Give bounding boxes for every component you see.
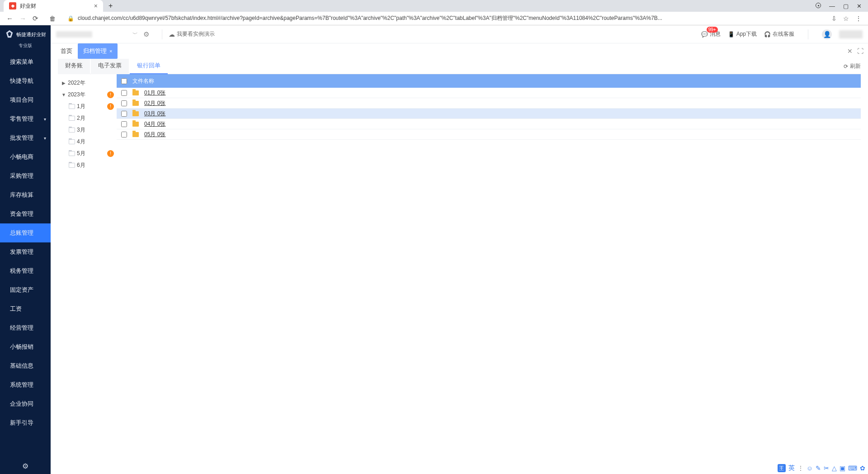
file-link[interactable]: 02月 0张 (144, 100, 165, 107)
sidebar-item[interactable]: 固定资产 (0, 280, 51, 299)
close-icon[interactable]: × (94, 2, 98, 9)
sidebar-item-label: 企业协同 (10, 400, 33, 408)
tray-emoji-icon[interactable]: ☺ (807, 465, 813, 472)
headset-icon: 🎧 (764, 31, 771, 38)
row-checkbox[interactable] (121, 111, 127, 117)
tray-icon[interactable]: ⋮ (797, 465, 804, 472)
gear-icon[interactable]: ⚙ (143, 30, 149, 38)
browser-tab[interactable]: ❖ 好业财 × (4, 0, 103, 12)
sidebar-item[interactable]: 零售管理▾ (0, 109, 51, 128)
close-window-button[interactable]: ✕ (857, 3, 862, 9)
tray-gear-icon[interactable]: ✿ (860, 465, 865, 472)
address-bar[interactable]: 🔒 cloud.chanjet.com/cc/u6d89qwnryel/57bf… (64, 13, 828, 24)
bookmark-star-icon[interactable]: ☆ (843, 15, 849, 22)
tree-month[interactable]: 3月 (58, 124, 117, 136)
sidebar-item[interactable]: 企业协同 (0, 394, 51, 413)
file-link[interactable]: 05月 0张 (144, 131, 165, 138)
tree-month-label: 1月 (77, 103, 85, 110)
sub-tab[interactable]: 电子发票 (91, 59, 129, 74)
sub-tab[interactable]: 银行回单 (130, 59, 168, 74)
row-checkbox[interactable] (121, 132, 127, 137)
sidebar-item[interactable]: 小畅电商 (0, 147, 51, 166)
fullscreen-button[interactable]: ⛶ (857, 47, 863, 55)
arrow-right-icon: ▶ (61, 81, 66, 85)
tray-scissors-icon[interactable]: ✂ (824, 465, 829, 472)
demo-link[interactable]: ☁ 我要看实例演示 (169, 30, 215, 38)
table-row[interactable]: 04月 0张 (117, 119, 861, 129)
row-checkbox[interactable] (121, 100, 127, 106)
settings-gear-icon[interactable]: ⚙ (0, 458, 51, 474)
close-all-tabs-button[interactable]: ✕ (847, 47, 853, 55)
support-link[interactable]: 🎧 在线客服 (764, 30, 794, 38)
sidebar-item[interactable]: 项目合同 (0, 90, 51, 109)
page-tab[interactable]: 归档管理× (78, 43, 118, 59)
tray-keyboard-icon[interactable]: ⌨ (848, 465, 857, 472)
tray-image-icon[interactable]: ▣ (840, 465, 845, 472)
maximize-button[interactable]: ▢ (843, 3, 849, 9)
account-selector[interactable]: ﹀ (51, 30, 143, 38)
sidebar-item[interactable]: 小畅报销 (0, 337, 51, 356)
table-row[interactable]: 03月 0张 (117, 109, 861, 119)
app-download-link[interactable]: 📱 App下载 (728, 30, 757, 38)
account-dot-icon[interactable] (816, 3, 821, 9)
ime-lang[interactable]: 英 (788, 464, 795, 472)
trash-icon[interactable]: 🗑 (45, 15, 60, 22)
table-row[interactable]: 02月 0张 (117, 98, 861, 109)
tree-year[interactable]: ▼2023年! (58, 89, 117, 100)
sidebar-item[interactable]: 基础信息 (0, 356, 51, 375)
url-text: cloud.chanjet.com/cc/u6d89qwnryel/57bfsk… (78, 14, 662, 22)
select-all-checkbox[interactable] (121, 78, 127, 84)
alert-dot-icon: ! (107, 150, 114, 157)
tree-month[interactable]: 6月 (58, 159, 117, 171)
file-link[interactable]: 03月 0张 (144, 110, 165, 118)
refresh-button[interactable]: ⟳ 刷新 (844, 62, 861, 70)
table-row[interactable]: 01月 0张 (117, 88, 861, 98)
sidebar-item[interactable]: 经营管理 (0, 318, 51, 337)
messages-link[interactable]: 💬 消息 99+ (701, 30, 721, 38)
tree-month-label: 4月 (77, 138, 85, 146)
row-checkbox[interactable] (121, 90, 127, 96)
table-row[interactable]: 05月 0张 (117, 129, 861, 140)
ime-badge[interactable]: 王 (778, 464, 786, 472)
sidebar-item[interactable]: 批发管理▾ (0, 128, 51, 147)
sidebar-item[interactable]: 资金管理 (0, 204, 51, 223)
sidebar-item[interactable]: 搜索菜单 (0, 52, 51, 71)
sidebar-item[interactable]: 发票管理 (0, 242, 51, 261)
tree-month[interactable]: 5月! (58, 147, 117, 159)
sidebar-item[interactable]: 总账管理 (0, 223, 51, 242)
row-checkbox[interactable] (121, 121, 127, 127)
avatar-icon[interactable]: 👤 (822, 29, 832, 39)
new-tab-button[interactable]: + (108, 2, 113, 10)
tree-month[interactable]: 2月 (58, 112, 117, 124)
sidebar-item[interactable]: 工资 (0, 299, 51, 318)
page-tab-bar: 首页归档管理× ✕ ⛶ (51, 43, 868, 59)
minimize-button[interactable]: — (829, 3, 835, 9)
sidebar-item[interactable]: 税务管理 (0, 261, 51, 280)
sidebar-item[interactable]: 库存核算 (0, 185, 51, 204)
phone-icon: 📱 (728, 31, 735, 38)
install-app-icon[interactable]: ⇩ (831, 15, 837, 22)
sidebar-item[interactable]: 新手引导 (0, 413, 51, 432)
kebab-menu-icon[interactable]: ⋮ (855, 15, 862, 22)
tree-month[interactable]: 4月 (58, 136, 117, 147)
file-link[interactable]: 01月 0张 (144, 89, 165, 97)
sidebar-item[interactable]: 系统管理 (0, 375, 51, 394)
window-controls: — ▢ ✕ (816, 3, 868, 9)
back-button[interactable]: ← (6, 14, 13, 22)
tree-month[interactable]: 1月! (58, 100, 117, 112)
tree-year[interactable]: ▶2022年 (58, 77, 117, 89)
sub-tab[interactable]: 财务账 (58, 59, 90, 74)
grid-header: 文件名称 (117, 74, 861, 88)
tray-edit-icon[interactable]: ✎ (816, 465, 821, 472)
column-header-filename: 文件名称 (132, 77, 154, 85)
close-icon[interactable]: × (109, 48, 112, 54)
tray-cloud-icon[interactable]: △ (832, 465, 837, 472)
forward-button[interactable]: → (19, 14, 26, 22)
username-blurred (839, 30, 863, 38)
file-link[interactable]: 04月 0张 (144, 120, 165, 128)
page-tab[interactable]: 首页 (55, 43, 78, 59)
chevron-down-icon: ﹀ (132, 30, 138, 38)
reload-button[interactable]: ⟳ (33, 14, 38, 23)
sidebar-item[interactable]: 快捷导航 (0, 71, 51, 90)
sidebar-item[interactable]: 采购管理 (0, 166, 51, 185)
